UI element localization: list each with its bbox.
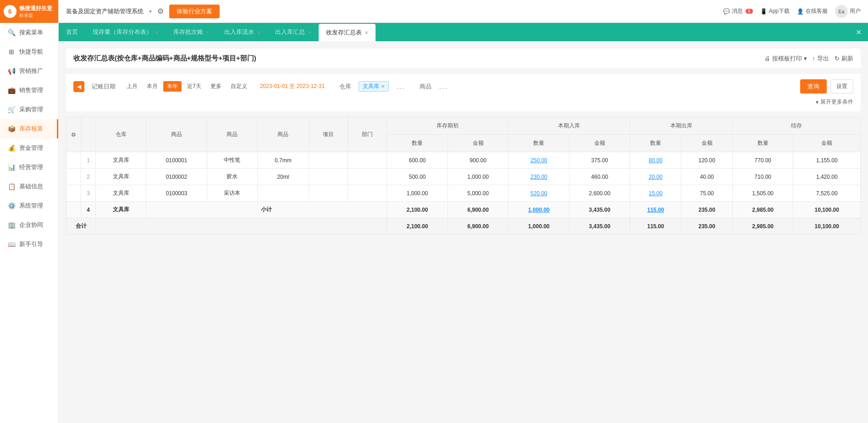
- sidebar-item-basic-info[interactable]: 📋 基础信息: [0, 177, 58, 196]
- tab-inout-flow[interactable]: 出入库流水 ✕: [217, 23, 268, 41]
- print-button[interactable]: 🖨 按模板打印 ▾: [764, 55, 807, 63]
- export-icon: ↑: [813, 55, 816, 62]
- row-settings[interactable]: [66, 152, 81, 169]
- sidebar-item-inventory[interactable]: 📦 库存核算: [0, 119, 58, 138]
- row-opening-qty: 600.00: [387, 152, 448, 169]
- online-service-label: 在线客服: [806, 7, 828, 15]
- tab-inout-summary-label: 出入库汇总: [275, 28, 305, 36]
- row-settings[interactable]: [66, 169, 81, 185]
- expand-conditions-button[interactable]: ▾ 展开更多条件: [816, 98, 853, 106]
- warehouse-tag-close[interactable]: ✕: [381, 84, 385, 89]
- total-bal-amt: 10,100.00: [793, 218, 861, 235]
- tab-close-receive-summary[interactable]: ✕: [365, 30, 368, 35]
- refresh-button[interactable]: ↻ 刷新: [835, 55, 853, 63]
- warehouse-ellipsis[interactable]: ...: [396, 82, 405, 91]
- row-opening-amt: 5,000.00: [448, 185, 509, 202]
- sidebar-item-sales[interactable]: 💼 销售管理: [0, 81, 58, 100]
- row-in-amt: 460.00: [569, 169, 630, 185]
- tab-receive-summary[interactable]: 收发存汇总表 ✕: [319, 24, 376, 41]
- row-in-qty[interactable]: 520.00: [509, 185, 569, 202]
- row-project: [309, 185, 348, 202]
- sidebar-item-system[interactable]: ⚙️ 系统管理: [0, 196, 58, 215]
- sidebar-item-label: 新手引导: [19, 240, 43, 248]
- page-title-actions: 🖨 按模板打印 ▾ ↑ 导出 ↻ 刷新: [764, 55, 854, 63]
- tab-bar: 首页 现存量（库存分布表） ✕ 库存批次账 ✕ 出入库流水 ✕ 出入库汇总 ✕ …: [59, 23, 868, 41]
- tab-close-inventory-dist[interactable]: ✕: [155, 30, 159, 35]
- tab-batch[interactable]: 库存批次账 ✕: [166, 23, 217, 41]
- row-settings[interactable]: [66, 185, 81, 202]
- row-out-qty[interactable]: 15.00: [630, 185, 681, 202]
- row-in-qty[interactable]: 230.00: [509, 169, 569, 185]
- row-in-qty[interactable]: 250.00: [509, 152, 569, 169]
- subtotal-in-qty[interactable]: 1,000.00: [509, 202, 569, 218]
- tab-home[interactable]: 首页: [59, 23, 85, 41]
- row-warehouse: 文具库: [96, 185, 146, 202]
- expand-icon: ▾: [816, 99, 818, 105]
- th-out-qty: 数量: [630, 135, 681, 152]
- th-settings[interactable]: ⚙: [66, 117, 81, 152]
- try-button[interactable]: 体验行业方案: [169, 5, 220, 18]
- purchase-icon: 🛒: [7, 106, 16, 113]
- date-btn-this-year[interactable]: 本年: [163, 81, 182, 92]
- logo-icon: 6: [4, 5, 17, 18]
- online-service-button[interactable]: 👤 在线客服: [797, 7, 828, 15]
- filter-collapse-button[interactable]: ◀: [73, 81, 84, 92]
- tab-inout-summary[interactable]: 出入库汇总 ✕: [268, 23, 319, 41]
- subtotal-settings: [66, 202, 81, 218]
- tab-close-batch[interactable]: ✕: [206, 30, 210, 35]
- sidebar-item-enterprise[interactable]: 🏢 企业协同: [0, 215, 58, 235]
- table-row: 3 文具库 0100003 采访本 1,000.00 5,000.00 520.…: [66, 185, 861, 202]
- refresh-icon: ↻: [835, 55, 840, 62]
- user-button[interactable]: Ea 用户: [835, 5, 861, 18]
- chevron-down-icon: ▾: [804, 55, 807, 62]
- tab-close-inout-flow[interactable]: ✕: [257, 30, 260, 35]
- row-out-amt: 120.00: [681, 152, 733, 169]
- row-bal-amt: 1,155.00: [793, 152, 861, 169]
- sidebar-item-finance[interactable]: 💰 资金管理: [0, 138, 58, 158]
- warehouse-tag: 文具库 ✕: [359, 81, 389, 92]
- sidebar-item-guide[interactable]: 📖 新手引导: [0, 235, 58, 254]
- row-goods-code: 0100003: [146, 185, 207, 202]
- message-button[interactable]: 💬 消息 6: [723, 7, 753, 15]
- date-btn-custom[interactable]: 自定义: [227, 81, 251, 92]
- row-in-amt: 2,600.00: [569, 185, 630, 202]
- sidebar-item-marketing[interactable]: 📢 营销推广: [0, 61, 58, 81]
- settings-icon[interactable]: ⚙: [157, 7, 164, 16]
- goods-ellipsis[interactable]: ...: [439, 82, 448, 91]
- tab-home-label: 首页: [66, 28, 78, 36]
- filter-settings-button[interactable]: 设置: [830, 79, 853, 93]
- page-title-bar: 收发存汇总表(按仓库+商品编码+商品+规格型号+项目+部门) 🖨 按模板打印 ▾…: [66, 49, 861, 68]
- date-btn-last-month[interactable]: 上月: [123, 81, 141, 92]
- date-btn-this-month[interactable]: 本月: [143, 81, 161, 92]
- total-label-cell: 合计: [66, 218, 96, 235]
- tab-close-inout-summary[interactable]: ✕: [308, 30, 311, 35]
- sidebar-item-operations[interactable]: 📊 经营管理: [0, 158, 58, 177]
- tab-inventory-dist[interactable]: 现存量（库存分布表） ✕: [85, 23, 166, 41]
- subtotal-warehouse: 文具库: [96, 202, 146, 218]
- date-btn-more[interactable]: 更多: [207, 81, 225, 92]
- sidebar-item-purchase[interactable]: 🛒 采购管理: [0, 100, 58, 119]
- subtotal-out-qty[interactable]: 115.00: [630, 202, 681, 218]
- row-out-qty[interactable]: 80.00: [630, 152, 681, 169]
- row-goods-code: 0100001: [146, 152, 207, 169]
- sidebar-item-search[interactable]: 🔍 搜索菜单: [0, 23, 58, 42]
- total-opening-amt: 6,900.00: [448, 218, 509, 235]
- row-bal-qty: 710.00: [732, 169, 793, 185]
- total-out-amt: 235.00: [681, 218, 733, 235]
- app-download-button[interactable]: 📱 App下载: [760, 7, 790, 15]
- row-out-qty[interactable]: 20.00: [630, 169, 681, 185]
- row-goods-name: 胶水: [207, 169, 257, 185]
- query-button[interactable]: 查询: [800, 79, 827, 93]
- logo-text-area: 畅捷通好生意 标准版: [19, 5, 52, 19]
- th-warehouse: 仓库: [96, 117, 146, 152]
- subtotal-row: 4 文具库 小计 2,100.00 6,900.00 1,000.00 3,43…: [66, 202, 861, 218]
- date-btn-7days[interactable]: 近7天: [183, 81, 205, 92]
- export-button[interactable]: ↑ 导出: [813, 55, 829, 63]
- tab-receive-summary-label: 收发存汇总表: [326, 28, 362, 37]
- row-opening-amt: 1,000.00: [448, 169, 509, 185]
- tab-bar-close-button[interactable]: ✕: [849, 23, 868, 41]
- subtotal-opening-amt: 6,900.00: [448, 202, 509, 218]
- row-goods-spec: 0.7mm: [258, 152, 309, 169]
- sidebar-item-quick-nav[interactable]: ⊞ 快捷导航: [0, 42, 58, 61]
- sidebar-item-label: 搜索菜单: [19, 28, 43, 37]
